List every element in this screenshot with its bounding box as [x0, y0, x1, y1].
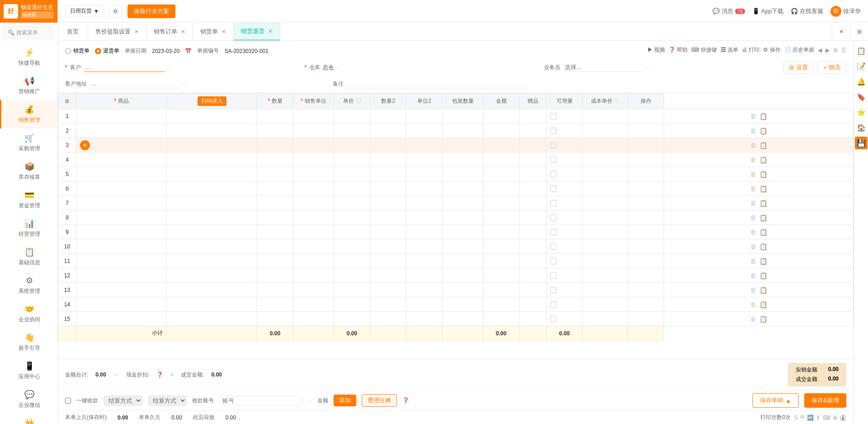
row-qty-13[interactable]	[293, 283, 334, 297]
row-available-5[interactable]	[583, 167, 628, 181]
row-amount-13[interactable]	[519, 283, 547, 297]
row-gear-5[interactable]	[76, 167, 167, 181]
row-amount-4[interactable]	[519, 152, 547, 167]
row-cost-15[interactable]	[628, 312, 664, 326]
row-qty2-2[interactable]	[406, 124, 443, 138]
row-amount-10[interactable]	[519, 239, 547, 254]
row-pkg-12[interactable]	[483, 268, 519, 283]
row-pkg-6[interactable]	[483, 181, 519, 196]
row-unit-7[interactable]	[334, 196, 370, 210]
row-available-15[interactable]	[583, 312, 628, 326]
delete-icon-8[interactable]: 🗑	[750, 214, 756, 221]
row-qty2-8[interactable]	[406, 210, 443, 225]
sidebar-item-9[interactable]: 🤝企业协同	[0, 300, 57, 328]
row-unit-11[interactable]	[334, 254, 370, 268]
customer-input[interactable]	[84, 63, 165, 72]
taskbar-icon-3[interactable]: 🔤	[807, 414, 814, 421]
row-unit2-7[interactable]	[443, 196, 483, 210]
row-unit2-12[interactable]	[443, 268, 483, 283]
row-qty-9[interactable]	[293, 225, 334, 239]
add-row-button[interactable]: +	[80, 140, 90, 150]
row-unit2-2[interactable]	[443, 124, 483, 138]
row-price-3[interactable]	[370, 138, 406, 152]
row-price-1[interactable]	[370, 109, 406, 124]
copy-icon-7[interactable]: 📋	[760, 200, 767, 207]
tab-sales-return[interactable]: 销货退货 ✕	[234, 23, 280, 41]
sidebar-item-3[interactable]: 🛒采购管理	[0, 129, 57, 157]
taskbar-icon-4[interactable]: 🎙	[816, 414, 821, 421]
account-dots[interactable]: ···	[307, 397, 312, 404]
row-cost-5[interactable]	[628, 167, 664, 181]
row-amount-14[interactable]	[519, 297, 547, 312]
sidebar-item-4[interactable]: 📦库存核算	[0, 157, 57, 186]
row-qty2-9[interactable]	[406, 225, 443, 239]
gift-checkbox-1[interactable]	[550, 113, 557, 119]
row-gift-4[interactable]	[547, 152, 583, 167]
row-amount-3[interactable]	[519, 138, 547, 152]
row-unit-13[interactable]	[334, 283, 370, 297]
copy-icon-6[interactable]: 📋	[760, 185, 767, 192]
row-gift-1[interactable]	[547, 109, 583, 124]
row-available-2[interactable]	[583, 124, 628, 138]
row-available-3[interactable]	[583, 138, 628, 152]
gift-checkbox-14[interactable]	[550, 301, 557, 308]
row-gear-12[interactable]	[76, 268, 167, 283]
row-price-5[interactable]	[370, 167, 406, 181]
industry-select[interactable]: 日用百货 ▼	[65, 5, 104, 17]
tab-home[interactable]: 首页	[58, 23, 88, 41]
product-input-3[interactable]	[170, 142, 253, 148]
row-available-1[interactable]	[583, 109, 628, 124]
row-price-14[interactable]	[370, 297, 406, 312]
row-amount-1[interactable]	[519, 109, 547, 124]
row-price-12[interactable]	[370, 268, 406, 283]
row-price-11[interactable]	[370, 254, 406, 268]
row-qty-15[interactable]	[293, 312, 334, 326]
row-product-11[interactable]	[167, 254, 257, 268]
row-gift-6[interactable]	[547, 181, 583, 196]
row-gift-5[interactable]	[547, 167, 583, 181]
rs-icon-2[interactable]: 📝	[855, 60, 868, 72]
delete-icon-6[interactable]: 🗑	[750, 185, 756, 192]
row-qty2-10[interactable]	[406, 239, 443, 254]
row-product-2[interactable]	[167, 124, 257, 138]
row-gear-13[interactable]	[76, 283, 167, 297]
row-unit-14[interactable]	[334, 297, 370, 312]
row-price-9[interactable]	[370, 225, 406, 239]
calendar-icon[interactable]: 📅	[185, 48, 192, 54]
topbar-settings-button[interactable]: ⚙	[109, 5, 122, 18]
row-gear-6[interactable]	[76, 181, 167, 196]
rs-icon-1[interactable]: 📋	[855, 44, 868, 57]
row-qty2-7[interactable]	[406, 196, 443, 210]
row-amount-5[interactable]	[519, 167, 547, 181]
row-unit2-6[interactable]	[443, 181, 483, 196]
row-price-8[interactable]	[370, 210, 406, 225]
row-qty-7[interactable]	[293, 196, 334, 210]
remark-input[interactable]	[346, 79, 527, 88]
row-pkg-15[interactable]	[483, 312, 519, 326]
row-gear-11[interactable]	[76, 254, 167, 268]
tab-expand-button[interactable]: ⊞	[850, 23, 868, 41]
row-gear-3[interactable]: +	[76, 138, 167, 152]
row-price-2[interactable]	[370, 124, 406, 138]
row-available-9[interactable]	[583, 225, 628, 239]
row-product-15[interactable]	[167, 312, 257, 326]
row-cost-9[interactable]	[628, 225, 664, 239]
scan-button[interactable]: 扫码录入	[198, 96, 226, 106]
row-unit-6[interactable]	[334, 181, 370, 196]
row-product-6[interactable]	[167, 181, 257, 196]
row-cost-11[interactable]	[628, 254, 664, 268]
row-unit-8[interactable]	[334, 210, 370, 225]
row-amount-9[interactable]	[519, 225, 547, 239]
row-qty2-1[interactable]	[406, 109, 443, 124]
row-available-8[interactable]	[583, 210, 628, 225]
row-amount-12[interactable]	[519, 268, 547, 283]
delete-icon-15[interactable]: 🗑	[750, 315, 756, 323]
row-pkg-13[interactable]	[483, 283, 519, 297]
row-qty2-12[interactable]	[406, 268, 443, 283]
gift-checkbox-12[interactable]	[550, 272, 557, 279]
customer-dots[interactable]: ···	[168, 64, 172, 71]
radio-return[interactable]: 退货单	[95, 47, 119, 55]
row-gift-2[interactable]	[547, 124, 583, 138]
row-cost-8[interactable]	[628, 210, 664, 225]
video-btn[interactable]: ▶ 视频	[647, 46, 665, 54]
